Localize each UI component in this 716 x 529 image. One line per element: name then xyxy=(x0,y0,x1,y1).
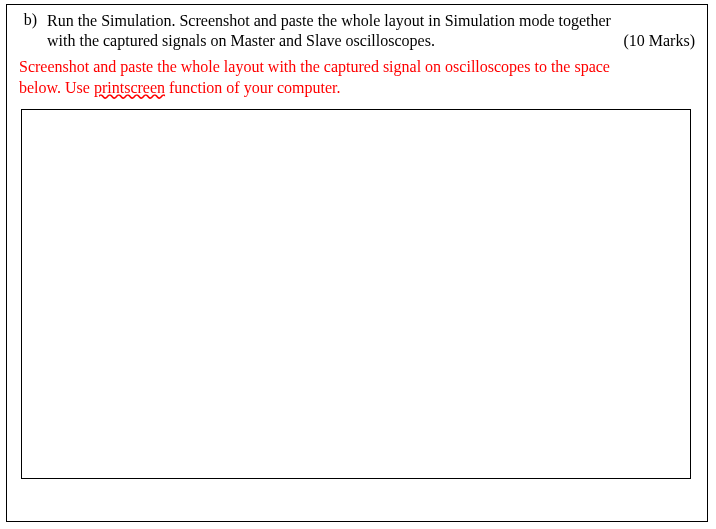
screenshot-paste-area[interactable] xyxy=(21,109,691,479)
question-text-line2-left: with the captured signals on Master and … xyxy=(47,31,435,51)
marks-label: (10 Marks) xyxy=(613,31,695,51)
instruction-line2-b-wavy: printscreen xyxy=(94,79,165,96)
instruction-line2-c: function of your computer. xyxy=(165,79,341,96)
instruction-line1: Screenshot and paste the whole layout wi… xyxy=(19,58,610,75)
question-text-line2-wrap: with the captured signals on Master and … xyxy=(47,31,695,51)
question-text-line1: Run the Simulation. Screenshot and paste… xyxy=(47,11,695,31)
question-label: b) xyxy=(19,11,37,29)
instruction-block: Screenshot and paste the whole layout wi… xyxy=(19,57,695,99)
question-block: b) Run the Simulation. Screenshot and pa… xyxy=(19,11,695,51)
question-body: Run the Simulation. Screenshot and paste… xyxy=(47,11,695,51)
instruction-line2-a: below. Use xyxy=(19,79,94,96)
page-container: b) Run the Simulation. Screenshot and pa… xyxy=(6,4,708,522)
